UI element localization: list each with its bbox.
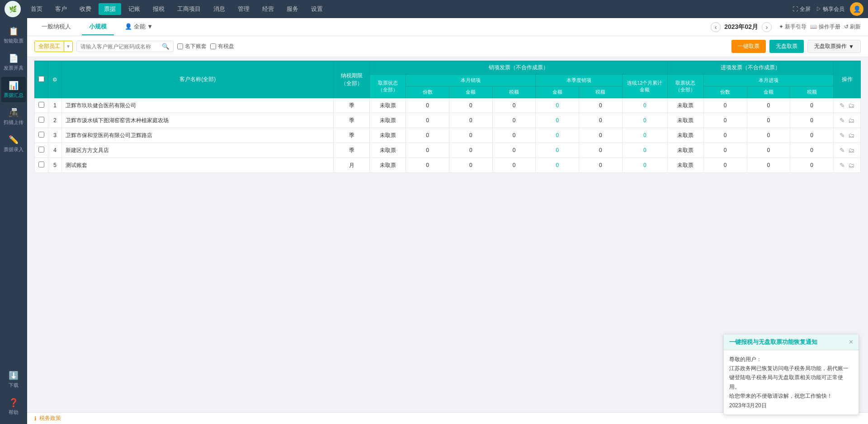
detail-btn[interactable]: 🗂 <box>847 116 855 125</box>
table-row: 5 测试账套 月 未取票 0 0 0 0 0 0 未取票 0 0 0 ✎ 🗂 <box>35 158 861 173</box>
row-purchase-amount: 0 <box>747 158 790 173</box>
nav-service[interactable]: 服务 <box>281 3 304 15</box>
employee-select-label: 全部员工 <box>35 41 64 52</box>
search-btn[interactable]: 🔍 <box>158 41 173 52</box>
row-purchase-status: 未取票 <box>667 98 703 113</box>
row-monthly-tax: 0 <box>492 128 536 143</box>
nav-operation[interactable]: 经营 <box>257 3 279 15</box>
help-icon: ❓ <box>9 398 19 408</box>
row-quarterly-amount: 0 <box>536 158 579 173</box>
edit-btn[interactable]: ✎ <box>839 101 846 110</box>
fullscreen-btn[interactable]: ⛶ 全屏 <box>793 5 810 13</box>
sidebar-item-smart-ticket[interactable]: 📋 智能取票 <box>1 23 26 48</box>
checkbox-my-accounts[interactable]: 名下账套 <box>177 43 207 50</box>
row-purchase-count: 0 <box>703 128 747 143</box>
row-sales-status: 未取票 <box>370 128 406 143</box>
employee-select[interactable]: 全部员工 ▼ <box>34 41 73 52</box>
period-prev-btn[interactable]: ‹ <box>711 22 721 32</box>
sidebar-item-invoice-issue[interactable]: 📄 发票开具 <box>1 50 26 75</box>
row-checkbox[interactable] <box>35 113 48 128</box>
th-12month: 连续12个月累计金额 <box>622 75 667 98</box>
table-row: 1 卫辉市玖玖健合医药有限公司 季 未取票 0 0 0 0 0 0 未取票 0 … <box>35 98 861 113</box>
row-client: 卫辉市玖玖健合医药有限公司 <box>62 98 334 113</box>
sidebar-item-invoice-entry-label: 票据录入 <box>4 146 24 153</box>
has-taxdisk-checkbox[interactable] <box>210 43 216 49</box>
nav-client[interactable]: 客户 <box>50 3 72 15</box>
refresh-btn[interactable]: ↺ 刷新 <box>844 23 861 31</box>
edit-btn[interactable]: ✎ <box>839 161 846 170</box>
sidebar-item-scan-upload[interactable]: 📠 扫描上传 <box>1 104 26 129</box>
row-purchase-status: 未取票 <box>667 113 703 128</box>
tax-policy-link[interactable]: 税务政策 <box>39 414 61 422</box>
row-no: 3 <box>48 128 62 143</box>
edit-btn[interactable]: ✎ <box>839 146 846 155</box>
th-settings: ⚙ <box>48 61 62 98</box>
sidebar-item-invoice-summary[interactable]: 📊 票据汇总 <box>1 77 26 102</box>
sidebar-help-label: 帮助 <box>9 409 19 416</box>
sidebar-item-download[interactable]: ⬇️ 下载 <box>1 367 26 392</box>
th-m-tax: 税额 <box>492 86 536 98</box>
search-input[interactable] <box>77 42 158 52</box>
my-accounts-checkbox[interactable] <box>177 43 183 49</box>
row-checkbox[interactable] <box>35 98 48 113</box>
row-monthly-tax: 0 <box>492 143 536 158</box>
row-tax-period: 季 <box>334 98 370 113</box>
row-tax-period: 季 <box>334 128 370 143</box>
select-all-checkbox[interactable] <box>38 76 44 82</box>
no-disk-ticket-btn[interactable]: 无盘取票 <box>769 40 804 53</box>
toolbar: 全部员工 ▼ 🔍 名下账套 有税盘 一键取票 无盘取票 无盘取票操作 ▼ <box>27 36 868 57</box>
sidebar-item-invoice-entry[interactable]: ✏️ 票据录入 <box>1 131 26 157</box>
row-purchase-amount: 0 <box>747 143 790 158</box>
row-monthly-tax: 0 <box>492 158 536 173</box>
checkbox-has-taxdisk[interactable]: 有税盘 <box>210 43 234 50</box>
dropdown-arrow-icon: ▼ <box>849 43 854 50</box>
avatar[interactable]: 👤 <box>850 2 863 16</box>
search-box: 🔍 <box>76 41 174 52</box>
row-monthly-amount: 0 <box>449 158 492 173</box>
nav-fee[interactable]: 收费 <box>74 3 97 15</box>
invoice-entry-icon: ✏️ <box>9 135 19 145</box>
no-disk-ops-btn[interactable]: 无盘取票操作 ▼ <box>807 40 861 53</box>
nav-business[interactable]: 工商项目 <box>172 3 206 15</box>
notification-close-btn[interactable]: × <box>849 338 853 346</box>
one-key-ticket-btn[interactable]: 一键取票 <box>731 40 766 53</box>
nav-home[interactable]: 首页 <box>25 3 48 15</box>
sidebar-item-help[interactable]: ❓ 帮助 <box>1 394 26 419</box>
row-actions: ✎ 🗂 <box>834 158 861 173</box>
tab-small-scale[interactable]: 小规模 <box>82 19 114 35</box>
nav-settings[interactable]: 设置 <box>306 3 328 15</box>
detail-btn[interactable]: 🗂 <box>847 101 855 110</box>
tab-all[interactable]: 👤 全能 ▼ <box>118 19 160 35</box>
manual-btn[interactable]: 📖 操作手册 <box>810 23 840 31</box>
period-next-btn[interactable]: › <box>762 22 772 32</box>
nav-invoice[interactable]: 票据 <box>99 3 121 15</box>
row-checkbox[interactable] <box>35 143 48 158</box>
edit-btn[interactable]: ✎ <box>839 131 846 140</box>
nav-manage[interactable]: 管理 <box>232 3 255 15</box>
th-monthly-purchase: 本月进项 <box>703 75 833 86</box>
nav-tax[interactable]: 报税 <box>147 3 170 15</box>
row-purchase-amount: 0 <box>747 113 790 128</box>
detail-btn[interactable]: 🗂 <box>847 131 855 140</box>
row-monthly-count: 0 <box>406 98 449 113</box>
detail-btn[interactable]: 🗂 <box>847 161 855 170</box>
period-nav: ‹ 2023年02月 › <box>711 22 772 32</box>
nav-message[interactable]: 消息 <box>208 3 231 15</box>
member-btn[interactable]: ▷ 畅享会员 <box>816 5 844 13</box>
row-checkbox[interactable] <box>35 128 48 143</box>
row-purchase-count: 0 <box>703 98 747 113</box>
row-quarterly-amount: 0 <box>536 113 579 128</box>
row-purchase-tax: 0 <box>790 113 834 128</box>
guide-btn[interactable]: ✦ 新手引导 <box>779 23 807 31</box>
tab-general-taxpayer[interactable]: 一般纳税人 <box>34 19 78 35</box>
row-checkbox[interactable] <box>35 158 48 173</box>
nav-bookkeeping[interactable]: 记账 <box>123 3 146 15</box>
th-sales-header: 销项发票（不合作成票） <box>370 61 668 75</box>
th-m-amount: 金额 <box>449 86 492 98</box>
edit-btn[interactable]: ✎ <box>839 116 846 125</box>
notification-panel: 一键报税与无盘取票功能恢复通知 × 尊敬的用户： 江苏政务网已恢复访问电子税务局… <box>723 334 859 415</box>
detail-btn[interactable]: 🗂 <box>847 146 855 155</box>
toolbar-right: 一键取票 无盘取票 无盘取票操作 ▼ <box>731 40 861 53</box>
row-monthly-amount: 0 <box>449 128 492 143</box>
th-client: 客户名称(全部) <box>62 61 334 98</box>
